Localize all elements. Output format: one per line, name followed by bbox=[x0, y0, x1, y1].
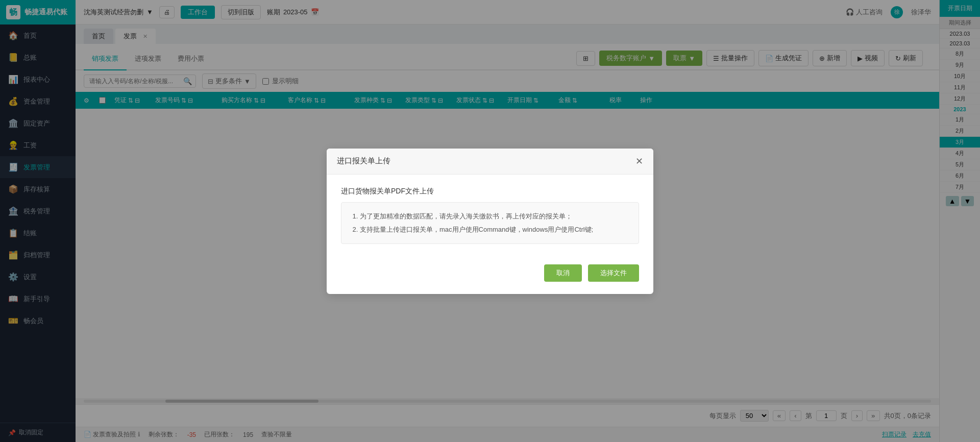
modal-choose-file-btn[interactable]: 选择文件 bbox=[588, 264, 639, 282]
modal-header: 进口报关单上传 ✕ bbox=[327, 149, 653, 175]
instruction-2: 支持批量上传进口报关单，mac用户使用Command键，windows用户使用C… bbox=[360, 223, 630, 236]
import-customs-modal: 进口报关单上传 ✕ 进口货物报关单PDF文件上传 为了更加精准的数据匹配，请先录… bbox=[327, 149, 653, 294]
modal-cancel-btn[interactable]: 取消 bbox=[544, 264, 582, 282]
modal-footer: 取消 选择文件 bbox=[327, 256, 653, 294]
modal-info-box: 为了更加精准的数据匹配，请先录入海关缴款书，再上传对应的报关单； 支持批量上传进… bbox=[341, 202, 639, 244]
modal-body: 进口货物报关单PDF文件上传 为了更加精准的数据匹配，请先录入海关缴款书，再上传… bbox=[327, 175, 653, 256]
modal-title: 进口报关单上传 bbox=[337, 156, 390, 166]
modal-instructions: 为了更加精准的数据匹配，请先录入海关缴款书，再上传对应的报关单； 支持批量上传进… bbox=[350, 210, 630, 236]
instruction-1: 为了更加精准的数据匹配，请先录入海关缴款书，再上传对应的报关单； bbox=[360, 210, 630, 223]
modal-overlay: 进口报关单上传 ✕ 进口货物报关单PDF文件上传 为了更加精准的数据匹配，请先录… bbox=[0, 0, 980, 442]
modal-close-btn[interactable]: ✕ bbox=[635, 156, 643, 167]
modal-upload-title: 进口货物报关单PDF文件上传 bbox=[341, 187, 639, 196]
